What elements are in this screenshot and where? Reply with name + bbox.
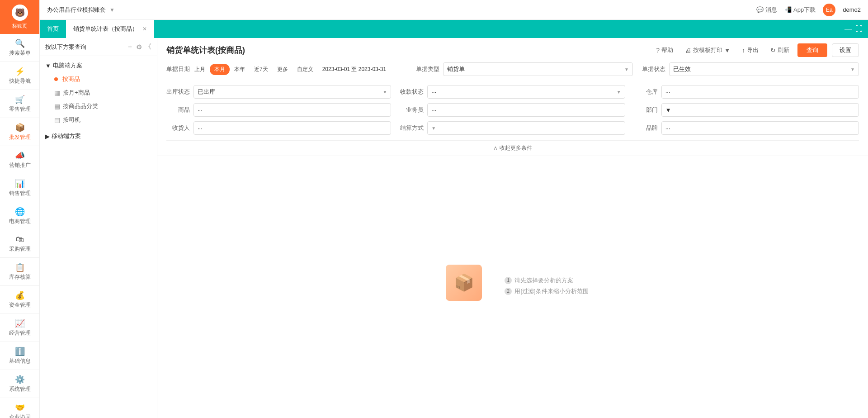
settings-scheme-icon[interactable]: ⚙ xyxy=(136,43,142,51)
sidebar-item-sales[interactable]: 📊 销售管理 xyxy=(0,174,39,202)
product-control[interactable]: ··· xyxy=(193,103,391,117)
department-caret: ▼ xyxy=(665,107,671,114)
sidebar: 🐻 标账页 🔍 搜索菜单 ⚡ 快捷导航 🛒 零售管理 📦 批发管理 📣 营销推广… xyxy=(0,0,40,418)
payment-method-control[interactable]: ▼ xyxy=(427,121,625,135)
tab-home[interactable]: 首页 xyxy=(40,20,66,38)
app-download-action[interactable]: 📲 App下载 xyxy=(784,6,816,14)
print-caret[interactable]: ▼ xyxy=(724,47,730,54)
system-icon: ⚙️ xyxy=(2,375,38,385)
query-button[interactable]: 查询 xyxy=(797,43,827,57)
sidebar-item-system[interactable]: ⚙️ 系统管理 xyxy=(0,370,39,398)
add-scheme-icon[interactable]: ＋ xyxy=(127,43,133,51)
payment-status-control[interactable]: ··· ▼ xyxy=(427,85,625,99)
collapse-row[interactable]: ∧ 收起更多条件 xyxy=(166,140,859,156)
wholesale-icon: 📦 xyxy=(2,123,38,133)
current-year-btn[interactable]: 本年 xyxy=(230,64,250,75)
close-tab-icon[interactable]: ✕ xyxy=(142,26,147,32)
home-tab-label: 首页 xyxy=(47,25,59,33)
sidebar-item-operations[interactable]: 📈 经营管理 xyxy=(0,314,39,342)
purchase-icon: 🛍 xyxy=(2,235,38,244)
industry-template-title: 办公用品行业模拟账套 xyxy=(47,6,106,14)
header-dropdown-icon[interactable]: ▼ xyxy=(109,7,115,13)
last-7-days-btn[interactable]: 近7天 xyxy=(250,64,273,75)
doc-type-control[interactable]: 销货单 ▼ xyxy=(443,62,633,76)
basic-icon: ℹ️ xyxy=(2,347,38,356)
warehouse-label: 仓库 xyxy=(634,88,658,96)
sidebar-item-marketing[interactable]: 📣 营销推广 xyxy=(0,146,39,174)
salesperson-control[interactable]: ··· xyxy=(427,103,625,117)
sidebar-item-quick-nav[interactable]: ⚡ 快捷导航 xyxy=(0,62,39,90)
recipient-group: 收货人 ··· xyxy=(166,121,391,135)
page-title-row: 销货单统计表(按商品) ? 帮助 🖨 按模板打印 ▼ ↑ xyxy=(166,43,859,57)
brand-label: 品牌 xyxy=(634,124,658,132)
empty-hints: 1 请先选择要分析的方案 2 用[过滤]条件来缩小分析范围 xyxy=(505,276,588,298)
sidebar-item-ecommerce[interactable]: 🌐 电商管理 xyxy=(0,202,39,230)
maximize-icon[interactable]: ⛶ xyxy=(855,25,863,33)
tree-parent-pc-label: 电脑端方案 xyxy=(53,62,82,70)
minimize-icon[interactable]: — xyxy=(844,25,852,33)
sidebar-logo[interactable]: 🐻 标账页 xyxy=(0,0,39,34)
sidebar-item-search[interactable]: 🔍 搜索菜单 xyxy=(0,34,39,62)
page-title: 销货单统计表(按商品) xyxy=(166,45,245,56)
salesperson-label: 业务员 xyxy=(400,106,424,114)
sidebar-item-purchase[interactable]: 🛍 采购管理 xyxy=(0,230,39,258)
tree-child-by-product[interactable]: 按商品 xyxy=(40,72,157,86)
department-control[interactable]: ▼ xyxy=(661,103,859,117)
by-cashier-icon: ▤ xyxy=(54,116,60,124)
date-label: 单据日期 xyxy=(166,65,190,73)
left-panel: 按以下方案查询 ＋ ⚙ 《 ▼ 电脑端方案 按商品 ▦ 按月+商 xyxy=(40,38,157,418)
mobile-section[interactable]: ▶ 移动端方案 xyxy=(40,129,157,143)
tree-child-by-product-category[interactable]: ▤ 按商品品分类 xyxy=(40,100,157,113)
tab-bar: 首页 销货单统计表（按商品） ✕ — ⛶ xyxy=(40,20,868,38)
tree-child-by-month-product[interactable]: ▦ 按月+商品 xyxy=(40,86,157,100)
export-label: 导出 xyxy=(747,46,759,54)
collapse-panel-icon[interactable]: 《 xyxy=(145,43,151,51)
sidebar-item-finance-label: 资金管理 xyxy=(2,301,38,309)
brand-group: 品牌 ··· xyxy=(634,121,859,135)
tab-sales-report[interactable]: 销货单统计表（按商品） ✕ xyxy=(66,20,154,38)
doc-status-label: 单据状态 xyxy=(642,65,665,73)
sidebar-item-ecommerce-label: 电商管理 xyxy=(2,218,38,225)
product-group: 商品 ··· xyxy=(166,103,391,117)
user-name[interactable]: demo2 xyxy=(843,6,861,13)
tree-parent-pc[interactable]: ▼ 电脑端方案 xyxy=(40,59,157,72)
setting-button[interactable]: 设置 xyxy=(832,43,859,57)
filter-row-4: 收货人 ··· 结算方式 ▼ 品牌 xyxy=(166,121,859,135)
refresh-label: 刷新 xyxy=(778,46,789,54)
help-btn[interactable]: ? 帮助 xyxy=(652,44,677,56)
export-icon: ↑ xyxy=(742,47,745,54)
sidebar-item-retail[interactable]: 🛒 零售管理 xyxy=(0,90,39,118)
doc-status-control[interactable]: 已生效 ▼ xyxy=(669,62,859,76)
main-area: 办公用品行业模拟账套 ▼ 💬 消息 📲 App下载 Ea demo2 首页 销货… xyxy=(40,0,868,418)
more-btn[interactable]: 更多 xyxy=(273,64,292,75)
sidebar-item-basic[interactable]: ℹ️ 基础信息 xyxy=(0,342,39,370)
recipient-dots: ··· xyxy=(198,125,203,132)
warehouse-control[interactable]: ··· xyxy=(661,85,859,99)
avatar[interactable]: Ea xyxy=(823,4,835,16)
recipient-control[interactable]: ··· xyxy=(193,121,391,135)
sidebar-item-inventory[interactable]: 📋 库存核算 xyxy=(0,258,39,286)
current-month-btn[interactable]: 本月 xyxy=(210,64,230,75)
custom-btn[interactable]: 自定义 xyxy=(292,64,318,75)
tree-child-by-cashier[interactable]: ▤ 按司机 xyxy=(40,113,157,127)
warehouse-out-value: 已出库 xyxy=(198,88,215,96)
message-action[interactable]: 💬 消息 xyxy=(756,6,777,14)
last-month-btn[interactable]: 上月 xyxy=(190,64,210,75)
tree-section: ▼ 电脑端方案 按商品 ▦ 按月+商品 ▤ 按商品品分类 ▤ 按司机 xyxy=(40,56,157,129)
sidebar-item-finance[interactable]: 💰 资金管理 xyxy=(0,286,39,314)
sidebar-item-enterprise[interactable]: 🤝 企业协同 xyxy=(0,398,39,418)
top-header: 办公用品行业模拟账套 ▼ 💬 消息 📲 App下载 Ea demo2 xyxy=(40,0,868,20)
empty-hint-2: 2 用[过滤]条件来缩小分析范围 xyxy=(505,287,588,295)
logo-icon: 🐻 xyxy=(12,5,28,21)
left-panel-actions: ＋ ⚙ 《 xyxy=(127,43,151,51)
refresh-btn[interactable]: ↻ 刷新 xyxy=(767,44,793,56)
template-print-btn[interactable]: 🖨 按模板打印 ▼ xyxy=(681,44,734,56)
left-panel-title: 按以下方案查询 xyxy=(45,43,86,51)
warehouse-out-control[interactable]: 已出库 ▼ xyxy=(193,85,391,99)
brand-control[interactable]: ··· xyxy=(661,121,859,135)
sidebar-item-wholesale[interactable]: 📦 批发管理 xyxy=(0,118,39,146)
doc-type-label: 单据类型 xyxy=(416,65,439,73)
payment-method-caret: ▼ xyxy=(431,126,436,131)
warehouse-dots: ··· xyxy=(665,89,670,95)
export-btn[interactable]: ↑ 导出 xyxy=(738,44,762,56)
